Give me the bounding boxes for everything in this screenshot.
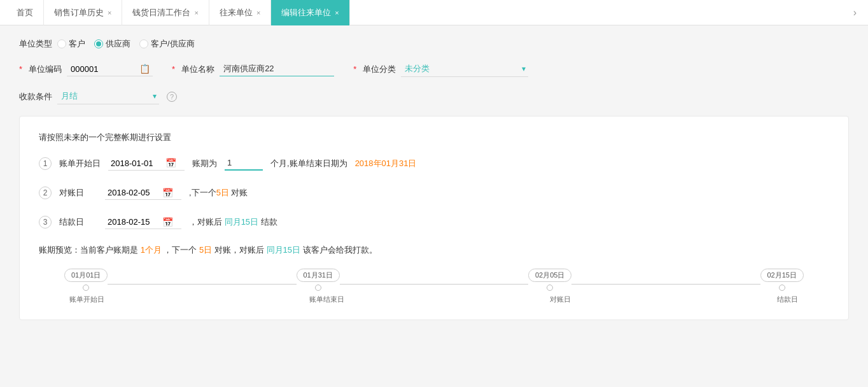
- tl-badge-3: 02月05日: [528, 269, 571, 282]
- radio-customer-label: 客户: [69, 38, 85, 50]
- close-icon[interactable]: ×: [335, 9, 339, 17]
- chevron-down-icon-terms[interactable]: ▾: [150, 92, 159, 101]
- tab-sales-order-history[interactable]: 销售订单历史 ×: [44, 0, 122, 25]
- tl-badge-2: 01月31日: [297, 269, 340, 282]
- page-content: 单位类型 客户 供应商 客户/供应商 * 单位编码: [0, 25, 868, 387]
- settings-box: 请按照未来的一个完整帐期进行设置 1 账单开始日 📅 账期为 个月,账单结束日期…: [19, 116, 849, 320]
- calendar-icon-3[interactable]: 📅: [162, 217, 173, 227]
- timeline-top: 01月01日 01月31日 02月05日: [45, 269, 823, 291]
- preview-highlight3: 同月15日: [267, 245, 300, 255]
- radio-circle-supplier: [94, 39, 103, 48]
- tl-dot-4: [779, 285, 785, 291]
- copy-icon[interactable]: 📋: [137, 64, 153, 74]
- unit-code-input[interactable]: [67, 62, 137, 76]
- step1-period-suffix: 个月,账单结束日期为: [270, 158, 347, 169]
- unit-name-field: * 单位名称: [172, 62, 334, 76]
- step3-date-field[interactable]: [105, 215, 162, 229]
- tabs-expand-icon[interactable]: ›: [848, 7, 862, 18]
- preview-mid2: 对账，对账后: [214, 245, 264, 255]
- preview-highlight2: 5日: [199, 245, 212, 255]
- tl-dot-2: [315, 285, 321, 291]
- step-num-1: 1: [39, 157, 52, 170]
- unit-info-row: * 单位编码 📋 * 单位名称 * 单位分类 未分类 ▾: [19, 61, 849, 77]
- unit-name-input[interactable]: [220, 62, 334, 76]
- close-icon[interactable]: ×: [194, 9, 198, 17]
- radio-customer[interactable]: 客户: [57, 38, 85, 50]
- chevron-down-icon[interactable]: ▾: [519, 64, 528, 73]
- unit-code-label: 单位编码: [29, 64, 62, 75]
- unit-category-field: * 单位分类 未分类 ▾: [353, 61, 528, 77]
- tl-badge-1: 01月01日: [64, 269, 108, 282]
- close-icon[interactable]: ×: [108, 9, 111, 17]
- period-input[interactable]: [225, 156, 263, 171]
- tl-label-4: 结款日: [772, 295, 804, 304]
- unit-category-value: 未分类: [401, 61, 519, 76]
- unit-type-label: 单位类型: [19, 38, 52, 50]
- tab-partner-units[interactable]: 往来单位 ×: [209, 0, 271, 25]
- calendar-icon-2[interactable]: 📅: [162, 188, 173, 198]
- radio-group: 客户 供应商 客户/供应商: [57, 38, 195, 50]
- settings-title: 请按照未来的一个完整帐期进行设置: [39, 132, 829, 143]
- preview-suffix: 该客户会给我打款。: [303, 245, 377, 255]
- step-num-3: 3: [39, 216, 52, 229]
- step2-date-field[interactable]: [105, 186, 162, 199]
- tl-label-3: 对账日: [545, 295, 577, 304]
- payment-terms-row: 收款条件 月结 ▾ ?: [19, 88, 849, 104]
- preview-text: 账期预览：当前客户账期是 1个月 ，下一个 5日 对账，对账后 同月15日 该客…: [39, 244, 829, 256]
- payment-terms-field: 收款条件 月结 ▾ ?: [19, 88, 177, 104]
- tab-edit-partner-unit-label: 编辑往来单位: [281, 7, 331, 18]
- timeline-section: 01月01日 01月31日 02月05日: [39, 269, 829, 304]
- tab-edit-partner-unit[interactable]: 编辑往来单位 ×: [271, 0, 349, 25]
- preview-prefix: 账期预览：当前客户账期是: [39, 245, 138, 255]
- tab-cash-ledger-label: 钱货日清工作台: [132, 7, 190, 18]
- tab-home-label: 首页: [17, 7, 33, 18]
- tl-badge-4: 02月15日: [760, 269, 804, 282]
- radio-supplier-label: 供应商: [106, 38, 130, 50]
- unit-code-field: * 单位编码 📋: [19, 62, 153, 76]
- radio-circle-customer: [57, 39, 66, 48]
- payment-terms-label: 收款条件: [19, 91, 52, 102]
- timeline-labels: 账单开始日 账单结束日 对账日 结款日: [45, 295, 823, 304]
- calendar-icon-1[interactable]: 📅: [165, 158, 176, 168]
- tl-node-4: 02月15日: [760, 269, 804, 291]
- step-row-3: 3 结款日 📅 ，对账后 同月15日 结款: [39, 215, 829, 229]
- tl-dot-1: [83, 285, 89, 291]
- step-row-2: 2 对账日 📅 ,下一个5日 对账: [39, 186, 829, 200]
- step1-date-field[interactable]: [108, 157, 165, 170]
- step-label-1: 账单开始日: [59, 158, 101, 169]
- tl-line-2: [340, 284, 528, 285]
- tl-node-2: 01月31日: [297, 269, 340, 291]
- payment-terms-select[interactable]: 月结 ▾: [57, 88, 159, 104]
- unit-category-select[interactable]: 未分类 ▾: [401, 61, 528, 77]
- step-num-2: 2: [39, 186, 52, 199]
- tab-sales-order-history-label: 销售订单历史: [54, 7, 104, 18]
- preview-highlight1: 1个月: [141, 245, 162, 255]
- unit-type-field: 单位类型 客户 供应商 客户/供应商: [19, 38, 195, 50]
- tab-cash-ledger[interactable]: 钱货日清工作台 ×: [122, 0, 209, 25]
- step-row-1: 1 账单开始日 📅 账期为 个月,账单结束日期为 2018年01月31日: [39, 156, 829, 171]
- step3-date-input: 📅: [105, 215, 181, 229]
- tl-node-3: 02月05日: [528, 269, 571, 291]
- radio-customer-supplier-label: 客户/供应商: [151, 38, 195, 50]
- preview-mid1: ，下一个: [164, 245, 197, 255]
- radio-supplier[interactable]: 供应商: [94, 38, 130, 50]
- unit-category-label: 单位分类: [363, 64, 396, 75]
- required-star-name: *: [172, 64, 175, 74]
- tl-dot-3: [547, 285, 553, 291]
- tl-node-1: 01月01日: [64, 269, 108, 291]
- step3-desc: ，对账后 同月15日 结款: [189, 216, 277, 228]
- help-icon[interactable]: ?: [167, 92, 177, 102]
- step1-period-prefix: 账期为: [192, 158, 217, 169]
- tl-line-3: [571, 284, 760, 285]
- required-star-category: *: [353, 64, 356, 74]
- tab-partner-units-label: 往来单位: [220, 7, 253, 18]
- close-icon[interactable]: ×: [256, 9, 260, 17]
- required-star-code: *: [19, 64, 22, 74]
- step2-desc: ,下一个5日 对账: [189, 187, 248, 199]
- tl-line-1: [108, 284, 296, 285]
- radio-customer-supplier[interactable]: 客户/供应商: [139, 38, 195, 50]
- unit-type-row: 单位类型 客户 供应商 客户/供应商: [19, 38, 849, 50]
- step1-end-date: 2018年01月31日: [355, 158, 417, 169]
- tab-home[interactable]: 首页: [6, 0, 44, 25]
- tabs-bar: 首页 销售订单历史 × 钱货日清工作台 × 往来单位 × 编辑往来单位 × ›: [0, 0, 868, 25]
